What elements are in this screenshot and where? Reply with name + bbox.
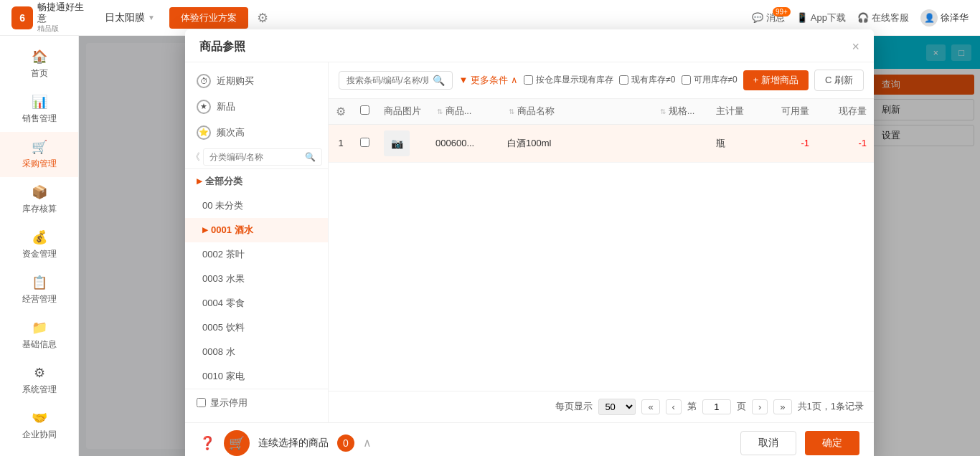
quick-item-frequent[interactable]: ⭐ 频次高	[185, 120, 328, 146]
col-spec-header[interactable]: ⇅ 规格...	[651, 99, 709, 125]
warehouse-checkbox[interactable]	[524, 75, 533, 85]
row-name: 白酒100ml	[500, 124, 651, 162]
category-0001[interactable]: ▶ 0001 酒水	[185, 218, 328, 242]
next-page-button[interactable]: ›	[752, 399, 768, 414]
filter-button[interactable]: ▼ 更多条件 ∧	[458, 74, 518, 87]
prev-page-button[interactable]: ‹	[666, 399, 682, 414]
col-stock-label: 现存量	[839, 105, 867, 116]
checkbox-stock-nonzero[interactable]: 现有库存≠0	[619, 74, 675, 86]
sidebar-label-collab: 企业协同	[22, 429, 57, 441]
category-search-input[interactable]	[209, 152, 302, 162]
sidebar-label-inventory: 库存核算	[22, 203, 57, 215]
cart-label: 连续选择的商品	[258, 437, 329, 450]
quick-item-recent[interactable]: ⏱ 近期购买	[185, 68, 328, 94]
category-all-label: 全部分类	[205, 175, 242, 188]
category-all[interactable]: ▶ 全部分类	[185, 169, 328, 194]
store-selector[interactable]: 日太阳膜 ▼	[99, 9, 161, 27]
col-stock-header: 现存量	[816, 99, 874, 125]
sidebar-item-collab[interactable]: 🤝 企业协同	[0, 403, 78, 448]
sidebar-label-home: 首页	[31, 67, 48, 80]
sidebar-item-system[interactable]: ⚙ 系统管理	[0, 358, 78, 403]
product-search-input[interactable]	[347, 75, 428, 85]
help-icon[interactable]: ❓	[199, 435, 215, 451]
category-0010[interactable]: 0010 家电	[185, 364, 328, 389]
checkbox-avail-nonzero[interactable]: 可用库存≠0	[682, 74, 738, 86]
sidebar-item-sales[interactable]: 📊 销售管理	[0, 87, 78, 132]
sidebar-item-purchase[interactable]: 🛒 采购管理	[0, 132, 78, 177]
collapse-left-icon[interactable]: 《	[191, 151, 200, 163]
sidebar-item-inventory[interactable]: 📦 库存核算	[0, 177, 78, 222]
online-service-label: 在线客服	[872, 11, 909, 24]
row-check	[353, 124, 377, 162]
sidebar-item-finance[interactable]: 💰 资金管理	[0, 222, 78, 267]
page-size-select[interactable]: 20 50 100	[598, 399, 636, 415]
user-item[interactable]: 👤 徐泽华	[920, 9, 969, 27]
footer-buttons: 取消 确定	[740, 431, 859, 455]
modal-close-button[interactable]: ×	[852, 39, 859, 54]
experience-button[interactable]: 体验行业方案	[169, 7, 248, 29]
col-name-header[interactable]: ⇅ 商品名称	[500, 99, 651, 125]
category-0005[interactable]: 0005 饮料	[185, 315, 328, 340]
sort-icon: ⇅	[437, 108, 443, 115]
cart-button[interactable]: 🛒	[224, 430, 250, 456]
confirm-button[interactable]: 确定	[805, 431, 859, 455]
sidebar-item-home[interactable]: 🏠 首页	[0, 42, 78, 87]
app-download-label: App下载	[811, 11, 846, 24]
sort-name-icon: ⇅	[509, 108, 514, 115]
first-page-button[interactable]: «	[641, 399, 659, 414]
sidebar-label-operations: 经营管理	[22, 293, 57, 305]
table-settings-icon[interactable]: ⚙	[336, 105, 346, 118]
product-table-wrapper: ⚙ 商品图片	[329, 99, 874, 391]
store-name: 日太阳膜	[105, 11, 145, 24]
select-all-checkbox[interactable]	[360, 105, 369, 115]
logo-sub: 精品版	[37, 24, 90, 34]
product-search-box: 🔍	[339, 71, 453, 90]
online-service-item[interactable]: 🎧 在线客服	[857, 11, 909, 24]
sidebar-item-basic[interactable]: 📁 基础信息	[0, 313, 78, 358]
stock-nonzero-label: 现有库存≠0	[631, 74, 675, 86]
app-download-item[interactable]: 📱 App下载	[796, 11, 846, 24]
last-page-button[interactable]: »	[773, 399, 791, 414]
messages-item[interactable]: 💬 消息 99+	[752, 11, 785, 24]
cancel-button[interactable]: 取消	[740, 431, 796, 455]
category-0004-label: 0004 零食	[202, 298, 245, 308]
category-0004[interactable]: 0004 零食	[185, 291, 328, 315]
collapse-icon[interactable]: ∧	[363, 436, 372, 450]
avail-nonzero-checkbox[interactable]	[682, 75, 691, 85]
show-disabled-checkbox[interactable]	[197, 398, 206, 407]
row-checkbox[interactable]	[360, 138, 369, 147]
col-code-header[interactable]: ⇅ 商品...	[428, 99, 500, 125]
checkbox-warehouse[interactable]: 按仓库显示现有库存	[524, 74, 613, 86]
quick-label-recent: 近期购买	[217, 75, 254, 87]
add-product-button[interactable]: + 新增商品	[743, 70, 809, 90]
refresh-button[interactable]: C 刷新	[814, 70, 864, 91]
sort-spec-icon: ⇅	[660, 108, 666, 115]
col-spec-label: 规格...	[669, 105, 695, 116]
category-0003[interactable]: 0003 水果	[185, 267, 328, 291]
col-img-header: 商品图片	[377, 99, 428, 125]
category-0008[interactable]: 0008 水	[185, 340, 328, 364]
sidebar-item-operations[interactable]: 📋 经营管理	[0, 267, 78, 313]
stock-nonzero-checkbox[interactable]	[619, 75, 628, 85]
gear-icon[interactable]: ⚙	[257, 10, 268, 26]
category-0010-label: 0010 家电	[202, 371, 245, 381]
page-number-input[interactable]	[702, 399, 731, 414]
page-size-label: 每页显示	[555, 400, 593, 413]
image-placeholder-icon: 📷	[391, 138, 403, 149]
table-header: ⚙ 商品图片	[329, 99, 874, 125]
category-search-box: 🔍	[203, 148, 322, 166]
quick-item-new[interactable]: ★ 新品	[185, 94, 328, 120]
sidebar-item-guide[interactable]: 📖 新手引导	[0, 448, 78, 456]
category-0002-label: 0002 茶叶	[202, 249, 245, 260]
left-footer: 显示停用	[185, 389, 328, 417]
inventory-icon: 📦	[32, 184, 47, 200]
category-00[interactable]: 00 未分类	[185, 194, 328, 218]
category-0002[interactable]: 0002 茶叶	[185, 242, 328, 267]
modal-toolbar: 🔍 ▼ 更多条件 ∧ 按仓库显示现有库存	[329, 62, 874, 99]
freq-icon: ⭐	[197, 125, 211, 140]
col-name-label: 商品名称	[517, 105, 555, 116]
row-settings: 1	[329, 124, 353, 162]
table-row[interactable]: 1 📷	[329, 124, 874, 162]
user-name: 徐泽华	[941, 11, 969, 24]
product-table: ⚙ 商品图片	[329, 99, 874, 163]
